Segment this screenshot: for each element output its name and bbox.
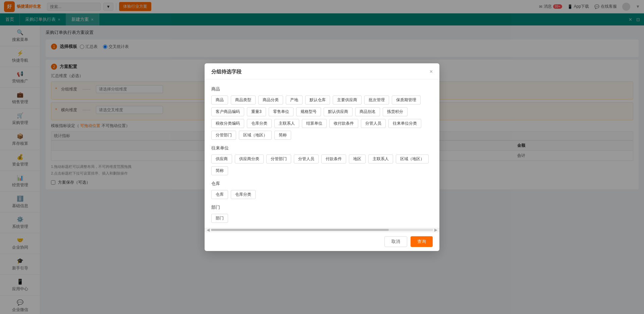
confirm-btn[interactable]: 查询: [411, 236, 433, 247]
dialog-title: 分组待选字段: [211, 69, 241, 75]
chip-area[interactable]: 地区: [349, 154, 366, 164]
chip-dept[interactable]: 分管部门: [266, 154, 291, 164]
field-chips-counterpart: 供应商 供应商分类 分管部门 分管人员 付款条件 地区 主联系人 区域（地区） …: [211, 154, 433, 175]
chip-default-warehouse[interactable]: 默认仓库: [305, 96, 330, 105]
chip-spec-model[interactable]: 规格型号: [296, 107, 321, 116]
chip-goods[interactable]: 商品: [211, 96, 228, 105]
chip-warehouse[interactable]: 仓库: [211, 190, 228, 199]
field-group-warehouse-title: 仓库: [211, 181, 433, 187]
chip-goods-alias[interactable]: 商品别名: [355, 107, 380, 116]
chip-main-contact[interactable]: 主联系人: [274, 119, 299, 128]
field-group-dept-title: 部门: [211, 204, 433, 210]
chip-person[interactable]: 分管人员: [294, 154, 319, 164]
dialog-header: 分组待选字段 ×: [205, 63, 439, 79]
chip-origin[interactable]: 产地: [286, 96, 303, 105]
chip-pick-points[interactable]: 拣货积分: [383, 107, 408, 116]
chip-abbr-goods[interactable]: 简称: [274, 131, 291, 140]
chip-supplier[interactable]: 供应商: [211, 154, 232, 164]
chip-settlement-unit[interactable]: 结算单位: [302, 119, 327, 128]
field-group-goods: 商品 商品 商品类型 商品分类 产地 默认仓库 主要供应商 批次管理 保质期管理…: [211, 86, 433, 140]
chip-department[interactable]: 部门: [211, 214, 228, 223]
chip-goods-category[interactable]: 商品分类: [258, 96, 283, 105]
chip-warehouse-cat[interactable]: 仓库分类: [231, 190, 256, 199]
field-group-counterpart: 往来单位 供应商 供应商分类 分管部门 分管人员 付款条件 地区 主联系人 区域…: [211, 145, 433, 175]
dialog-scrollbar[interactable]: ◀ ▶: [205, 228, 439, 232]
chip-customer-code[interactable]: 客户商品编码: [211, 107, 244, 116]
field-chips-dept: 部门: [211, 214, 433, 223]
chip-payment-terms[interactable]: 收付款条件: [329, 119, 358, 128]
chip-tax-code[interactable]: 税收分类编码: [211, 119, 244, 128]
field-select-dialog: 分组待选字段 × 商品 商品 商品类型 商品分类 产地 默认仓库 主要供应商 批…: [205, 63, 439, 251]
chip-shelf-life[interactable]: 保质期管理: [392, 96, 421, 105]
field-group-warehouse: 仓库 仓库 仓库分类: [211, 181, 433, 199]
dialog-overlay: 分组待选字段 × 商品 商品 商品类型 商品分类 产地 默认仓库 主要供应商 批…: [0, 0, 644, 314]
chip-batch-mgmt[interactable]: 批次管理: [364, 96, 389, 105]
scrollbar-track: [211, 229, 433, 231]
field-group-dept: 部门 部门: [211, 204, 433, 223]
chip-region-goods[interactable]: 区域（地区）: [239, 131, 272, 140]
field-chips-warehouse: 仓库 仓库分类: [211, 190, 433, 199]
chip-warehouse-category[interactable]: 仓库分类: [247, 119, 272, 128]
dialog-footer: 取消 查询: [205, 232, 439, 251]
cancel-btn[interactable]: 取消: [384, 236, 407, 247]
dialog-close-btn[interactable]: ×: [430, 69, 433, 75]
chip-region-counterpart[interactable]: 区域（地区）: [396, 154, 429, 164]
chip-abbr-counterpart[interactable]: 简称: [211, 166, 228, 175]
field-chips-goods: 商品 商品类型 商品分类 产地 默认仓库 主要供应商 批次管理 保质期管理 客户…: [211, 96, 433, 140]
chip-manager[interactable]: 分管人员: [361, 119, 386, 128]
chip-pay-terms[interactable]: 付款条件: [321, 154, 346, 164]
chip-main-contact-2[interactable]: 主联系人: [368, 154, 393, 164]
scrollbar-thumb: [211, 229, 389, 231]
chip-weight[interactable]: 重量3: [247, 107, 266, 116]
chip-managing-dept[interactable]: 分管部门: [211, 131, 236, 140]
field-group-counterpart-title: 往来单位: [211, 145, 433, 151]
dialog-body: 商品 商品 商品类型 商品分类 产地 默认仓库 主要供应商 批次管理 保质期管理…: [205, 79, 439, 228]
chip-supplier-category[interactable]: 供应商分类: [235, 154, 264, 164]
chip-default-supplier[interactable]: 默认供应商: [324, 107, 353, 116]
chip-counterpart-category[interactable]: 往来单位分类: [388, 119, 421, 128]
chip-goods-type[interactable]: 商品类型: [231, 96, 256, 105]
field-group-goods-title: 商品: [211, 86, 433, 92]
chip-retail-unit[interactable]: 零售单位: [269, 107, 293, 116]
chip-main-supplier[interactable]: 主要供应商: [333, 96, 362, 105]
